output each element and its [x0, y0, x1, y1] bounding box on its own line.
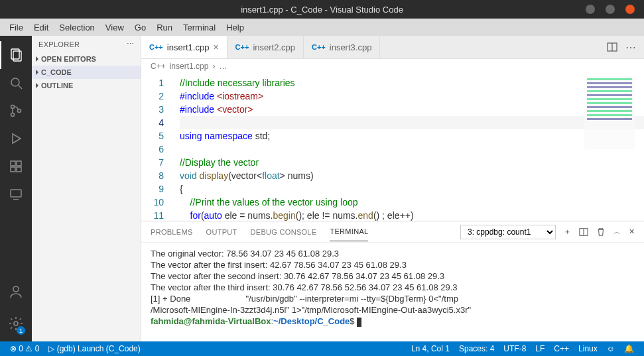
minimap[interactable]: [584, 76, 635, 149]
maximize-panel-icon[interactable]: ︿: [613, 227, 621, 237]
sidebar-title: EXPLORER: [38, 40, 80, 48]
terminal-line: /Microsoft-MIEngine-In-3zzt3d4j.n5l" 1>"…: [151, 304, 635, 316]
minimize-button[interactable]: [586, 5, 595, 14]
sidebar-outline[interactable]: OUTLINE: [32, 79, 141, 92]
line-number: 3: [141, 103, 164, 116]
svg-rect-7: [11, 161, 15, 166]
panel-tab-output[interactable]: OUTPUT: [206, 223, 237, 241]
panel-tab-terminal[interactable]: TERMINAL: [330, 222, 368, 241]
sidebar-section-label: OPEN EDITORS: [41, 55, 96, 63]
titlebar: insert1.cpp - C_Code - Visual Studio Cod…: [0, 0, 644, 19]
svg-line-3: [19, 86, 22, 89]
menu-help[interactable]: Help: [221, 20, 249, 35]
tab-insert2-cpp[interactable]: C++insert2.cpp: [227, 36, 304, 58]
sidebar-more-icon[interactable]: ⋯: [127, 40, 134, 48]
tab-label: insert3.cpp: [330, 42, 372, 52]
status-notifications[interactable]: 🔔: [619, 344, 639, 353]
split-terminal-icon[interactable]: [579, 227, 588, 237]
status-errors-warnings[interactable]: ⊗ 0 ⚠ 0: [5, 344, 44, 353]
line-number: 11: [141, 209, 164, 221]
svg-rect-10: [17, 167, 21, 172]
line-number: 1: [141, 76, 164, 89]
code-line[interactable]: //Display the vector: [180, 156, 644, 169]
tab-label: insert2.cpp: [253, 42, 295, 52]
menu-selection[interactable]: Selection: [54, 20, 99, 35]
panel: PROBLEMSOUTPUTDEBUG CONSOLETERMINAL 3: c…: [141, 221, 644, 341]
code-line[interactable]: [180, 116, 644, 129]
status-launch-config[interactable]: ▷ (gdb) Launch (C_Code): [44, 344, 145, 353]
search-icon[interactable]: [0, 69, 32, 97]
close-panel-icon[interactable]: ✕: [629, 227, 635, 236]
cpp-file-icon: C++: [312, 43, 326, 51]
panel-tab-problems[interactable]: PROBLEMS: [151, 223, 193, 241]
editor-tabs: C++insert1.cpp×C++insert2.cppC++insert3.…: [141, 36, 644, 59]
extensions-icon[interactable]: [0, 152, 32, 180]
svg-rect-1: [13, 51, 21, 61]
breadcrumb[interactable]: C++ insert1.cpp › …: [141, 59, 644, 74]
line-number: 4: [141, 116, 164, 129]
settings-gear-icon[interactable]: 1: [0, 310, 32, 337]
status-os[interactable]: Linux: [574, 344, 602, 353]
code-line[interactable]: //Print the values of the vector using l…: [180, 196, 644, 209]
menu-view[interactable]: View: [100, 20, 129, 35]
line-number: 5: [141, 129, 164, 143]
code-editor[interactable]: 1234567891011 //Include necessary librar…: [141, 74, 644, 221]
cpp-file-icon: C++: [149, 43, 163, 51]
status-eol[interactable]: LF: [531, 344, 549, 353]
menu-edit[interactable]: Edit: [29, 20, 54, 35]
sidebar-open-editors[interactable]: OPEN EDITORS: [32, 52, 141, 66]
new-terminal-icon[interactable]: ＋: [564, 227, 571, 237]
split-editor-icon[interactable]: [607, 42, 617, 52]
menubar: FileEditSelectionViewGoRunTerminalHelp: [0, 19, 644, 36]
cpp-file-icon: C++: [235, 43, 249, 51]
code-line[interactable]: for(auto ele = nums.begin(); ele != nums…: [180, 209, 644, 221]
tab-insert3-cpp[interactable]: C++insert3.cpp: [304, 36, 380, 58]
status-encoding[interactable]: UTF-8: [499, 344, 531, 353]
svg-rect-0: [11, 49, 19, 59]
chevron-right-icon: [36, 83, 38, 88]
menu-terminal[interactable]: Terminal: [178, 20, 221, 35]
close-tab-icon[interactable]: ×: [213, 42, 218, 52]
sidebar-folder[interactable]: C_CODE: [32, 66, 141, 79]
terminal[interactable]: The original vector: 78.56 34.07 23 45 6…: [141, 243, 644, 341]
maximize-button[interactable]: [606, 5, 615, 14]
menu-go[interactable]: Go: [129, 20, 151, 35]
code-line[interactable]: void display(vector<float> nums): [180, 169, 644, 182]
code-line[interactable]: [180, 143, 644, 156]
svg-point-2: [11, 78, 19, 86]
svg-point-6: [18, 109, 21, 113]
code-line[interactable]: using namespace std;: [180, 129, 644, 143]
run-debug-icon[interactable]: [0, 125, 32, 152]
settings-badge: 1: [17, 326, 25, 335]
sidebar-section-label: OUTLINE: [41, 82, 73, 89]
code-line[interactable]: #include <iostream>: [180, 89, 644, 103]
line-number: 9: [141, 182, 164, 196]
source-control-icon[interactable]: [0, 97, 32, 125]
terminal-selector[interactable]: 3: cppdbg: count1: [460, 225, 556, 239]
status-indent[interactable]: Spaces: 4: [454, 344, 499, 353]
code-line[interactable]: //Include necessary libraries: [180, 76, 644, 89]
more-actions-icon[interactable]: ⋯: [625, 41, 636, 54]
window-title: insert1.cpp - C_Code - Visual Studio Cod…: [241, 5, 403, 15]
code-line[interactable]: #include <vector>: [180, 103, 644, 116]
explorer-icon[interactable]: [0, 41, 32, 69]
line-number: 6: [141, 143, 164, 156]
panel-tab-debug-console[interactable]: DEBUG CONSOLE: [251, 223, 317, 241]
svg-rect-9: [11, 167, 15, 172]
activity-bar: 1: [0, 36, 32, 341]
menu-file[interactable]: File: [4, 20, 29, 35]
code-line[interactable]: {: [180, 182, 644, 196]
accounts-icon[interactable]: [0, 278, 32, 306]
menu-run[interactable]: Run: [151, 20, 178, 35]
svg-rect-8: [17, 161, 21, 166]
status-cursor-pos[interactable]: Ln 4, Col 1: [407, 344, 454, 353]
chevron-right-icon: [36, 70, 38, 75]
sidebar: EXPLORER ⋯ OPEN EDITORS C_CODE OUTLINE: [32, 36, 141, 341]
tab-insert1-cpp[interactable]: C++insert1.cpp×: [141, 36, 227, 58]
remote-icon[interactable]: [0, 180, 32, 208]
status-feedback[interactable]: ☺: [602, 344, 619, 353]
breadcrumb-file: insert1.cpp: [170, 62, 209, 71]
status-language[interactable]: C++: [549, 344, 574, 353]
close-button[interactable]: [625, 5, 635, 14]
kill-terminal-icon[interactable]: [596, 227, 606, 237]
